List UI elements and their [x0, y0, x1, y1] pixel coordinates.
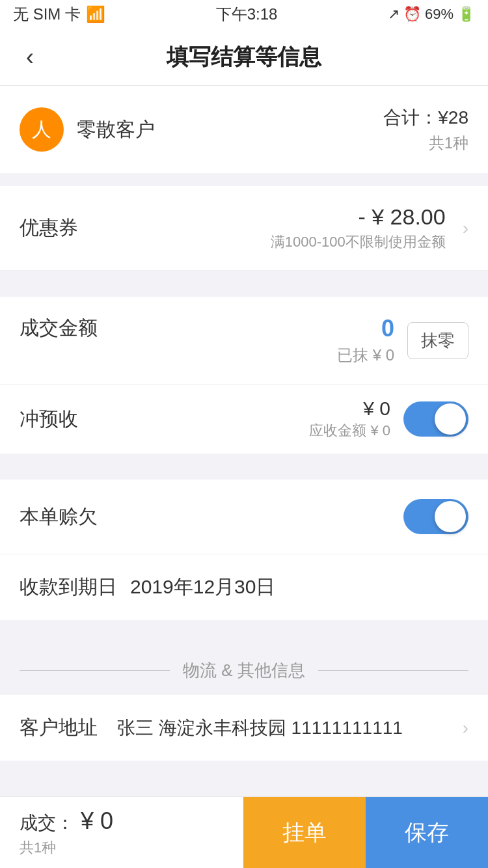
coupon-value: - ¥ 28.00: [271, 204, 446, 230]
debt-label: 本单赊欠: [20, 504, 98, 530]
content-area: 人 零散客户 合计：¥28 共1种 优惠券 - ¥ 28.00 满1000-10…: [0, 86, 488, 868]
hold-button[interactable]: 挂单: [243, 797, 366, 869]
prepay-amount-wrap: ¥ 0 应收金额 ¥ 0: [309, 398, 390, 441]
divider-line-right: [318, 670, 468, 671]
status-bar: 无 SIM 卡 📶 下午3:18 ↗ ⏰ 69% 🔋: [0, 0, 488, 29]
prepay-row: 冲预收 ¥ 0 应收金额 ¥ 0: [0, 385, 488, 454]
coupon-sub: 满1000-100不限制使用金额: [271, 232, 446, 252]
deal-amount-section: 成交金额 0 已抹 ¥ 0 抹零 冲预收 ¥ 0 应收金额 ¥ 0: [0, 297, 488, 454]
prepay-amount: ¥ 0: [309, 398, 390, 420]
due-date-value: 2019年12月30日: [130, 574, 275, 601]
separator-1: [0, 284, 488, 297]
coupon-right: - ¥ 28.00 满1000-100不限制使用金额 ›: [271, 204, 468, 252]
status-left: 无 SIM 卡 📶: [13, 4, 105, 25]
bottom-count: 共1种: [20, 838, 224, 858]
coupon-value-wrap: - ¥ 28.00 满1000-100不限制使用金额: [271, 204, 446, 252]
customer-total: 合计：¥28 共1种: [383, 105, 468, 154]
debt-row: 本单赊欠: [0, 480, 488, 554]
deal-amount-row: 成交金额 0 已抹 ¥ 0 抹零: [0, 297, 488, 385]
coupon-label: 优惠券: [20, 215, 78, 241]
prepay-sub: 应收金额 ¥ 0: [309, 421, 390, 441]
deal-amount-sub: 已抹 ¥ 0: [337, 345, 394, 366]
debt-toggle[interactable]: [403, 499, 468, 534]
battery-text: 69%: [425, 6, 454, 23]
address-row[interactable]: 客户地址 张三 海淀永丰科技园 11111111111 ›: [0, 695, 488, 761]
carrier-text: 无 SIM 卡: [13, 4, 81, 25]
address-label: 客户地址: [20, 714, 98, 741]
debt-toggle-knob: [435, 501, 466, 532]
separator-3: [0, 633, 488, 646]
coupon-section: 优惠券 - ¥ 28.00 满1000-100不限制使用金额 ›: [0, 186, 488, 271]
logistics-divider: 物流 & 其他信息: [0, 646, 488, 695]
bottom-deal-row: 成交： ¥ 0: [20, 807, 224, 835]
address-section: 客户地址 张三 海淀永丰科技园 11111111111 ›: [0, 695, 488, 761]
customer-left: 人 零散客户: [20, 107, 155, 152]
separator-2: [0, 467, 488, 480]
alarm-icon: ⏰: [403, 6, 421, 23]
avatar: 人: [20, 107, 64, 152]
nav-bar: ‹ 填写结算等信息: [0, 29, 488, 86]
back-button[interactable]: ‹: [20, 37, 40, 77]
due-date-label: 收款到期日: [20, 574, 117, 601]
battery-icon: 🔋: [457, 6, 475, 23]
time-display: 下午3:18: [216, 4, 278, 25]
address-value: 张三 海淀永丰科技园 11111111111: [117, 716, 463, 740]
deal-amount-value: 0: [337, 315, 394, 342]
coupon-row[interactable]: 优惠券 - ¥ 28.00 满1000-100不限制使用金额 ›: [0, 186, 488, 271]
prepay-right: ¥ 0 应收金额 ¥ 0: [309, 398, 468, 441]
total-price: 合计：¥28: [383, 105, 468, 130]
bottom-info: 成交： ¥ 0 共1种: [0, 807, 243, 858]
customer-name: 零散客户: [77, 116, 155, 143]
divider-line-left: [20, 670, 170, 671]
deal-amount-label: 成交金额: [20, 315, 98, 342]
status-right: ↗ ⏰ 69% 🔋: [388, 6, 475, 23]
coupon-chevron-icon: ›: [463, 218, 468, 239]
bottom-deal-amount: ¥ 0: [81, 807, 113, 835]
debt-section: 本单赊欠 收款到期日 2019年12月30日: [0, 480, 488, 620]
deal-amount-value-wrap: 0 已抹 ¥ 0: [337, 315, 394, 366]
customer-section: 人 零散客户 合计：¥28 共1种: [0, 86, 488, 173]
due-date-row: 收款到期日 2019年12月30日: [0, 554, 488, 620]
prepay-label: 冲预收: [20, 406, 78, 433]
round-zero-button[interactable]: 抹零: [407, 322, 468, 359]
bottom-bar: 成交： ¥ 0 共1种 挂单 保存: [0, 796, 488, 868]
logistics-label: 物流 & 其他信息: [183, 659, 305, 682]
location-icon: ↗: [388, 6, 400, 23]
deal-amount-right: 0 已抹 ¥ 0 抹零: [337, 315, 468, 366]
save-button[interactable]: 保存: [366, 797, 488, 869]
prepay-toggle[interactable]: [403, 401, 468, 437]
bottom-deal-label: 成交：: [20, 811, 74, 835]
total-count: 共1种: [383, 133, 468, 154]
address-chevron-icon: ›: [463, 718, 468, 739]
page-title: 填写结算等信息: [167, 42, 321, 72]
toggle-knob: [435, 403, 466, 435]
wifi-icon: 📶: [86, 5, 105, 23]
